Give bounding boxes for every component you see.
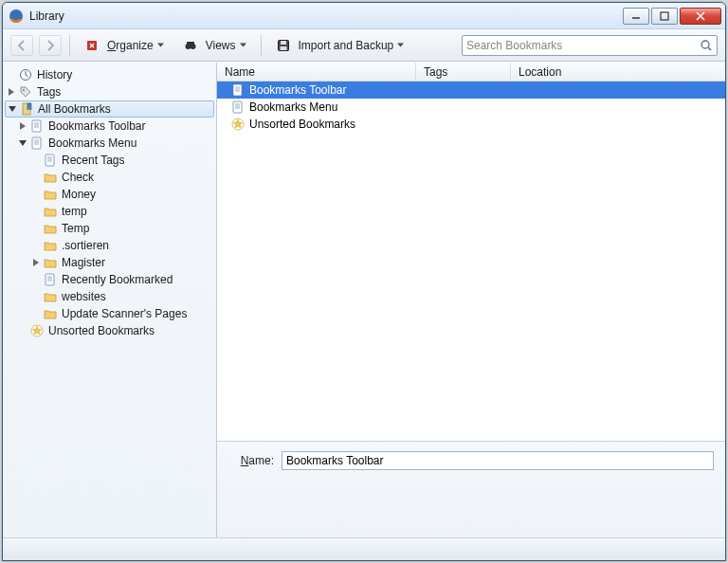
name-field[interactable] bbox=[282, 451, 714, 470]
folder-icon bbox=[43, 306, 58, 321]
firefox-icon bbox=[9, 9, 24, 24]
window-title: Library bbox=[29, 9, 623, 23]
sidebar-item-update-scanner[interactable]: Update Scanner's Pages bbox=[3, 305, 216, 322]
sidebar-item-money[interactable]: Money bbox=[3, 186, 216, 203]
main-panel: Name Tags Location Bookmarks Toolbar Boo… bbox=[217, 63, 725, 537]
search-icon bbox=[700, 39, 713, 52]
col-tags[interactable]: Tags bbox=[416, 63, 511, 81]
sidebar-item-sortieren[interactable]: .sortieren bbox=[3, 237, 216, 254]
tag-icon bbox=[18, 84, 33, 100]
page-icon bbox=[29, 136, 45, 151]
sidebar-item-bookmarks-toolbar[interactable]: Bookmarks Toolbar bbox=[3, 118, 216, 135]
maximize-button[interactable] bbox=[651, 8, 678, 25]
folder-icon bbox=[43, 187, 58, 202]
sidebar-item-bookmarks-menu[interactable]: Bookmarks Menu bbox=[3, 135, 216, 152]
name-label: Name: bbox=[228, 454, 274, 467]
page-icon bbox=[230, 100, 246, 115]
views-label: Views bbox=[206, 39, 236, 52]
sidebar-item-check[interactable]: Check bbox=[3, 169, 216, 186]
sidebar-item-history[interactable]: History bbox=[3, 66, 216, 83]
caret-icon bbox=[240, 42, 246, 48]
list-item[interactable]: Unsorted Bookmarks bbox=[217, 116, 725, 133]
page-icon bbox=[230, 82, 246, 98]
page-icon bbox=[29, 118, 45, 134]
col-name[interactable]: Name bbox=[217, 63, 416, 81]
disk-icon bbox=[276, 38, 291, 53]
star-icon bbox=[230, 117, 246, 132]
sidebar-item-recently-bookmarked[interactable]: Recently Bookmarked bbox=[3, 271, 216, 288]
import-backup-label: Import and Backup bbox=[299, 39, 394, 52]
bookmark-list: Bookmarks Toolbar Bookmarks Menu Unsorte… bbox=[217, 82, 725, 441]
bookmark-icon bbox=[19, 101, 34, 117]
organize-icon bbox=[84, 38, 100, 53]
sidebar-item-tags[interactable]: Tags bbox=[3, 83, 216, 100]
twist-icon[interactable] bbox=[8, 104, 17, 114]
close-button[interactable] bbox=[680, 8, 721, 25]
titlebar[interactable]: Library bbox=[3, 3, 725, 29]
caret-icon bbox=[157, 42, 164, 48]
sidebar-item-websites[interactable]: websites bbox=[3, 288, 216, 305]
twist-icon[interactable] bbox=[7, 87, 16, 97]
organize-button[interactable]: Organize bbox=[78, 34, 171, 57]
sidebar-item-temp1[interactable]: temp bbox=[3, 203, 216, 220]
col-location[interactable]: Location bbox=[511, 63, 725, 81]
library-window: Library Organize Views Import and Backup bbox=[2, 2, 726, 561]
list-item[interactable]: Bookmarks Menu bbox=[217, 99, 725, 116]
forward-button[interactable] bbox=[39, 35, 62, 56]
folder-icon bbox=[43, 170, 58, 185]
back-button[interactable] bbox=[10, 35, 33, 56]
folder-icon bbox=[43, 255, 58, 270]
import-backup-button[interactable]: Import and Backup bbox=[269, 34, 411, 57]
sidebar-item-unsorted[interactable]: Unsorted Bookmarks bbox=[3, 322, 216, 339]
page-icon bbox=[43, 153, 58, 168]
twist-icon[interactable] bbox=[18, 138, 27, 148]
binoculars-icon bbox=[183, 38, 198, 53]
minimize-button[interactable] bbox=[623, 8, 649, 25]
sidebar: History Tags All Bookmarks Bookmarks Too… bbox=[3, 63, 217, 537]
caret-icon bbox=[397, 42, 404, 48]
list-item[interactable]: Bookmarks Toolbar bbox=[217, 82, 725, 99]
search-box[interactable] bbox=[462, 35, 718, 56]
clock-icon bbox=[18, 67, 33, 82]
folder-icon bbox=[43, 289, 58, 304]
svg-rect-19 bbox=[661, 12, 668, 20]
column-headers: Name Tags Location bbox=[217, 63, 725, 82]
folder-icon bbox=[43, 221, 58, 236]
twist-icon[interactable] bbox=[18, 121, 27, 131]
statusbar bbox=[3, 537, 725, 560]
folder-icon bbox=[43, 204, 58, 219]
folder-icon bbox=[43, 238, 58, 253]
sidebar-item-temp2[interactable]: Temp bbox=[3, 220, 216, 237]
toolbar: Organize Views Import and Backup bbox=[3, 29, 725, 62]
page-icon bbox=[43, 272, 58, 287]
search-input[interactable] bbox=[466, 39, 700, 52]
sidebar-item-recent-tags[interactable]: Recent Tags bbox=[3, 152, 216, 169]
sidebar-item-all-bookmarks[interactable]: All Bookmarks bbox=[5, 100, 214, 118]
twist-icon[interactable] bbox=[31, 258, 41, 267]
details-panel: Name: bbox=[217, 441, 725, 537]
views-button[interactable]: Views bbox=[176, 34, 253, 57]
organize-label: rganize bbox=[116, 39, 153, 52]
sidebar-item-magister[interactable]: Magister bbox=[3, 254, 216, 271]
star-icon bbox=[29, 323, 45, 338]
